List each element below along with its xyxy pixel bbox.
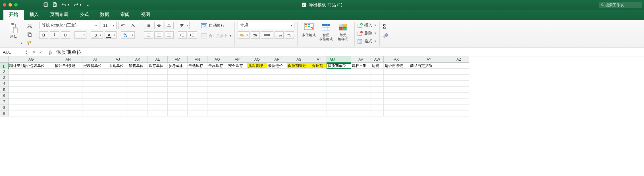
tab-review[interactable]: 审阅 — [115, 10, 135, 20]
cell[interactable] — [371, 105, 384, 110]
cell[interactable] — [188, 110, 207, 116]
cell[interactable] — [449, 63, 469, 69]
fill-color-button[interactable]: ▼ — [91, 31, 103, 39]
cell[interactable] — [168, 69, 188, 75]
cell[interactable]: 保质期 — [311, 63, 327, 69]
column-header[interactable]: AP — [227, 56, 247, 63]
column-header[interactable]: AL — [148, 56, 168, 63]
align-center-button[interactable] — [154, 31, 163, 39]
cell[interactable] — [9, 93, 54, 99]
cell[interactable] — [267, 110, 287, 116]
column-header[interactable]: AY — [409, 56, 449, 63]
align-right-button[interactable] — [165, 31, 174, 39]
cell[interactable] — [128, 99, 148, 105]
cell[interactable] — [128, 75, 148, 81]
column-header[interactable]: AK — [128, 56, 148, 63]
cell[interactable] — [148, 87, 168, 93]
cut-button[interactable] — [26, 23, 33, 29]
cell[interactable] — [82, 87, 108, 93]
cell[interactable] — [409, 110, 449, 116]
cell[interactable] — [311, 93, 327, 99]
cell[interactable] — [409, 69, 449, 75]
wrap-text-button[interactable]: 自动换行 — [201, 22, 232, 29]
cell[interactable]: 建档日期 — [351, 63, 371, 69]
maximize-window-button[interactable] — [14, 3, 18, 7]
cell[interactable] — [108, 87, 128, 93]
orientation-button[interactable]: ab▼ — [178, 22, 190, 29]
sheet-search[interactable] — [599, 2, 642, 8]
cell[interactable] — [54, 110, 82, 116]
insert-cells-button[interactable]: 插入▼ — [358, 22, 377, 28]
bold-button[interactable]: B — [39, 31, 48, 39]
currency-button[interactable]: ▼ — [238, 31, 250, 39]
decrease-indent-button[interactable] — [178, 31, 187, 39]
cell[interactable] — [351, 110, 371, 116]
accept-formula-button[interactable]: ✓ — [39, 49, 43, 55]
cell[interactable] — [207, 99, 227, 105]
column-header[interactable]: AI — [82, 56, 108, 63]
row-header[interactable]: 3 — [0, 75, 9, 81]
cell[interactable] — [82, 99, 108, 105]
cell[interactable] — [327, 75, 351, 81]
cell[interactable] — [351, 87, 371, 93]
cell[interactable]: 最新进价 — [267, 63, 287, 69]
cell[interactable] — [247, 105, 267, 110]
format-painter-button[interactable] — [26, 40, 33, 46]
cell[interactable] — [449, 99, 469, 105]
cell[interactable] — [327, 93, 351, 99]
cell[interactable] — [287, 81, 311, 87]
column-header[interactable]: AO — [207, 56, 227, 63]
cell[interactable]: 运费 — [371, 63, 384, 69]
select-all-corner[interactable] — [0, 56, 9, 63]
cell[interactable] — [168, 75, 188, 81]
cell[interactable]: 销售单位 — [128, 63, 148, 69]
autosum-button[interactable]: Σ — [383, 23, 389, 30]
cell[interactable] — [449, 87, 469, 93]
save-split-icon[interactable] — [43, 2, 48, 8]
underline-button[interactable]: U — [61, 31, 70, 39]
cell[interactable] — [409, 75, 449, 81]
decrease-decimal-button[interactable]: .00.0 — [285, 31, 294, 39]
cell[interactable] — [82, 69, 108, 75]
cell[interactable] — [54, 87, 82, 93]
cell[interactable] — [54, 81, 82, 87]
cell[interactable] — [82, 75, 108, 81]
cell[interactable] — [9, 110, 54, 116]
format-cells-button[interactable]: 格式▼ — [358, 38, 377, 44]
column-header[interactable]: AG — [9, 56, 54, 63]
merge-center-button[interactable]: 合并后居中 ▼ — [201, 32, 232, 39]
align-middle-button[interactable] — [154, 22, 163, 29]
cell[interactable] — [227, 75, 247, 81]
cell[interactable] — [108, 110, 128, 116]
table-style-button[interactable]: 套用 表格格式 — [317, 22, 335, 41]
cell[interactable] — [267, 105, 287, 110]
tab-layout[interactable]: 页面布局 — [44, 10, 74, 20]
spreadsheet-grid[interactable]: AGAHAIAJAKALAMANAOAPAQARASATAUAVAWAXAYAZ… — [0, 56, 644, 116]
undo-dropdown-icon[interactable]: ▼ — [67, 3, 70, 6]
cell[interactable] — [247, 69, 267, 75]
cell[interactable] — [287, 99, 311, 105]
cell[interactable] — [247, 99, 267, 105]
column-header[interactable]: AZ — [449, 56, 469, 63]
cell[interactable]: 商品自定义项 — [409, 63, 449, 69]
cell[interactable] — [384, 110, 409, 116]
cell[interactable] — [227, 99, 247, 105]
cancel-formula-button[interactable]: ✕ — [32, 49, 36, 55]
column-header[interactable]: AR — [267, 56, 287, 63]
paste-dropdown-icon[interactable]: ▼ — [20, 42, 23, 45]
cell[interactable] — [287, 87, 311, 93]
cell[interactable]: 报表辅单位 — [82, 63, 108, 69]
conditional-format-button[interactable]: 条件格式 — [300, 22, 317, 37]
cell[interactable] — [449, 93, 469, 99]
cell[interactable] — [108, 75, 128, 81]
cell[interactable] — [227, 87, 247, 93]
tab-formulas[interactable]: 公式 — [74, 10, 94, 20]
cell[interactable] — [409, 99, 449, 105]
fx-icon[interactable]: fx — [46, 50, 55, 55]
cell[interactable] — [128, 69, 148, 75]
cell[interactable] — [287, 110, 311, 116]
align-bottom-button[interactable] — [165, 22, 174, 29]
close-window-button[interactable] — [3, 3, 6, 7]
column-header[interactable]: AS — [287, 56, 311, 63]
cell[interactable] — [449, 75, 469, 81]
